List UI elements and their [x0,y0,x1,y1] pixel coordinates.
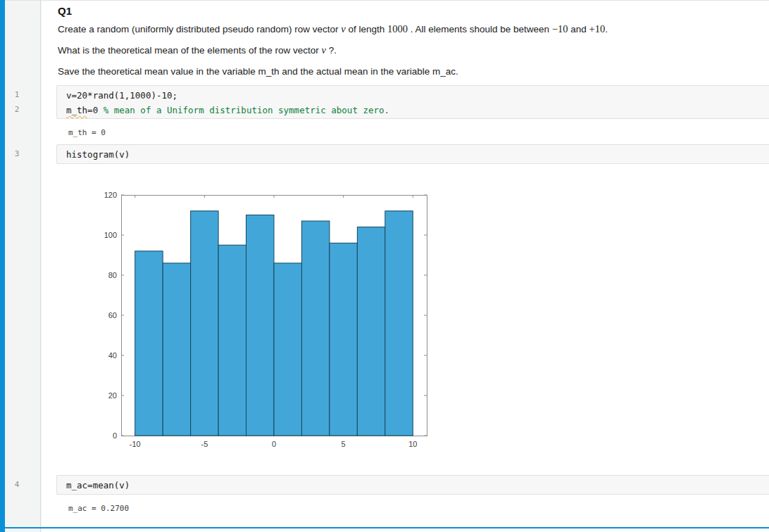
y-tick-label: 0 [113,431,117,440]
text-segment-codewarn: m_th [66,105,87,115]
y-tick-label: 100 [104,231,117,239]
output-m-ac: m_ac = 0.2700 [68,504,129,514]
text-segment-plain: . [605,24,608,34]
question-paragraph-1[interactable]: Create a random (uniformly distributed p… [58,23,755,35]
histogram-bar[interactable] [357,227,384,436]
text-segment-plain: ?. [326,45,337,56]
text-segment-plain: . All elements should be between [408,24,552,34]
section-accent-bar [0,0,5,532]
question-paragraph-2[interactable]: What is the theoretical mean of the elem… [58,44,755,56]
text-segment-plain: of length [346,24,387,34]
section-break-line [5,527,769,528]
output-m-th: m_th = 0 [68,128,106,138]
histogram-bar[interactable] [246,215,274,436]
histogram-bar[interactable] [301,221,329,436]
text-segment-math: +10 [589,23,606,34]
histogram-bar[interactable] [218,245,246,436]
histogram-bar[interactable] [163,263,190,436]
histogram-bar[interactable] [191,211,218,436]
y-tick-label: 60 [108,311,117,319]
histogram-bar[interactable] [385,211,413,436]
text-segment-plain: What is the theoretical mean of the elem… [58,45,321,56]
line-number-2[interactable]: 2 [5,105,29,115]
text-segment-plain: and [568,24,589,34]
histogram-bar[interactable] [135,251,163,436]
top-boundary-line [5,0,769,1]
x-tick-label: 5 [342,440,346,448]
code-line-4[interactable]: m_ac=mean(v) [66,478,769,493]
x-tick-label: -10 [130,440,141,448]
text-segment-math: 1000 [387,23,408,34]
text-segment-comment: % mean of a Uniform distribution symmetr… [104,105,389,115]
text-segment-math: −10 [552,23,568,34]
code-block-1[interactable]: v=20*rand(1,1000)-10; m_th=0 % mean of a… [56,85,769,119]
y-tick-label: 120 [104,191,117,199]
question-paragraph-3[interactable]: Save the theoretical mean value in the v… [58,65,755,77]
text-segment-code: histogram(v) [66,149,130,160]
text-segment-plain: Create a random (uniformly distributed p… [58,24,341,34]
code-block-3[interactable]: m_ac=mean(v) [56,475,769,495]
line-number-1[interactable]: 1 [5,90,29,100]
line-number-4[interactable]: 4 [5,480,29,490]
x-tick-label: -5 [201,440,208,448]
code-line-2[interactable]: m_th=0 % mean of a Uniform distribution … [66,103,769,118]
x-tick-label: 0 [272,440,276,448]
histogram-figure[interactable]: -10-50510020406080100120 [92,183,451,457]
histogram-bar[interactable] [330,243,357,436]
code-line-1[interactable]: v=20*rand(1,1000)-10; [66,88,769,103]
text-segment-plain: Save the theoretical mean value in the v… [58,66,458,77]
text-segment-code: =0 [87,105,104,115]
y-tick-label: 20 [108,391,117,400]
text-segment-code: m_ac=mean(v) [66,480,130,490]
x-tick-label: 10 [408,440,417,448]
y-tick-label: 40 [108,351,117,360]
text-segment-code: v=20*rand(1,1000)-10; [66,90,177,101]
line-number-gutter [5,0,41,532]
code-line-3[interactable]: histogram(v) [66,147,769,162]
histogram-bar[interactable] [274,263,301,436]
section-title[interactable]: Q1 [58,5,72,17]
line-number-3[interactable]: 3 [5,149,29,159]
y-tick-label: 80 [108,271,117,279]
code-block-2[interactable]: histogram(v) [56,144,769,164]
